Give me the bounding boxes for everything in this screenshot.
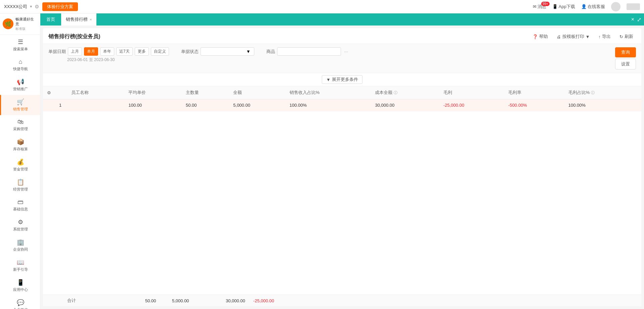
td-sales-pct: 100.00% — [286, 99, 371, 111]
th-settings[interactable]: ⚙ — [43, 86, 55, 99]
sidebar-item-sales[interactable]: 🛒 销售管理 — [0, 95, 40, 115]
topbar-right: ✉ 消息 99+ 📱 App下载 👤 在线客服 — [533, 2, 640, 11]
tab-sales-ranking[interactable]: 销售排行榜 × — [61, 13, 96, 25]
app-center-label: 应用中心 — [13, 287, 28, 292]
company-name: XXXXX公司 — [4, 4, 27, 10]
td-gross-pct: 100.00% — [564, 99, 641, 111]
main-layout: 🌿 畅康通好生意 标准版 ☰ 搜索菜单 ⌂ 快捷导航 📢 营销推广 🛒 销售管理… — [0, 13, 644, 309]
enterprise-icon: 🏢 — [17, 239, 24, 246]
tab-bar-right: × ⤢ — [631, 16, 644, 23]
trial-btn[interactable]: 体验行业方案 — [42, 2, 78, 11]
th-rank — [55, 86, 67, 99]
sidebar-item-wechat[interactable]: 💬 企业微信 — [0, 296, 40, 309]
gross-pct-info-icon[interactable]: ⓘ — [591, 91, 595, 95]
app-download-btn[interactable]: 📱 App下载 — [552, 4, 575, 10]
sidebar-item-marketing[interactable]: 📢 营销推广 — [0, 75, 40, 95]
tab-minimize-btn[interactable]: × — [631, 16, 634, 22]
online-service-btn[interactable]: 👤 在线客服 — [581, 4, 605, 10]
th-cost: 成本全额 ⓘ — [371, 86, 439, 99]
goods-label: 商品 — [266, 49, 275, 55]
topbar-gear-icon[interactable]: ⚙ — [35, 4, 39, 10]
search-order-label: 搜索菜单 — [13, 47, 28, 52]
table-header-row: ⚙ 员工名称 平均单价 主数量 全额 销售收入占比% 成本全额 ⓘ 毛利 毛利率 — [43, 86, 641, 99]
goods-input[interactable] — [277, 47, 341, 56]
filter-bar: 单据日期 上月 本月 本年 近7天 更多 自定义 2023-06-01 至 20… — [43, 44, 641, 73]
operations-icon: 📋 — [17, 178, 24, 186]
inventory-icon: 📦 — [17, 138, 24, 146]
sidebar-item-system[interactable]: ⚙ 系统管理 — [0, 215, 40, 235]
th-gross-pct: 毛利占比% ⓘ — [564, 86, 641, 99]
purchase-icon: 🛍 — [17, 118, 24, 125]
footer-qty: 50.00 — [141, 298, 168, 303]
user-name[interactable] — [627, 3, 640, 10]
export-btn[interactable]: ↑ 导出 — [596, 32, 614, 41]
goods-filter-group: 商品 ··· — [266, 47, 348, 56]
expand-btn[interactable]: ▼ 展开更多条件 — [322, 75, 362, 84]
app-label: App下载 — [559, 4, 575, 10]
td-gross-rate: -500.00% — [504, 99, 564, 111]
goods-more-icon[interactable]: ··· — [344, 49, 348, 54]
date-this-year-btn[interactable]: 本年 — [100, 47, 114, 56]
date-this-month-btn[interactable]: 本月 — [84, 47, 98, 56]
page-content: 销售排行榜(按业务员) ❓ 帮助 🖨 按模板打印 ▼ ↑ 导出 — [43, 28, 641, 306]
sales-label: 销售管理 — [13, 107, 28, 112]
logo-icon: 🌿 — [3, 18, 13, 29]
td-settings — [43, 99, 55, 111]
print-label: 按模板打印 — [562, 34, 584, 40]
help-icon: ❓ — [532, 34, 538, 39]
td-rank: 1 — [55, 99, 67, 111]
date-custom-btn[interactable]: 自定义 — [151, 47, 169, 56]
footer-cost: 30,000.00 — [222, 298, 249, 303]
logo-name: 畅康通好生意 — [15, 17, 37, 27]
footer-label: 合计 — [47, 298, 114, 304]
settings-btn[interactable]: 设置 — [615, 59, 636, 69]
sidebar-item-inventory[interactable]: 📦 库存核算 — [0, 135, 40, 155]
sidebar-item-capital[interactable]: 💰 资金管理 — [0, 155, 40, 175]
sidebar-item-guide[interactable]: 📖 新手引导 — [0, 255, 40, 275]
capital-label: 资金管理 — [13, 167, 28, 172]
search-order-icon: ☰ — [18, 38, 23, 46]
refresh-btn[interactable]: ↻ 刷新 — [617, 32, 636, 41]
tab-close-icon[interactable]: × — [90, 17, 92, 21]
sidebar-item-search-order[interactable]: ☰ 搜索菜单 — [0, 35, 40, 55]
expand-label: 展开更多条件 — [332, 76, 358, 83]
quick-nav-icon: ⌂ — [19, 58, 23, 65]
system-label: 系统管理 — [13, 227, 28, 232]
date-more-btn[interactable]: 更多 — [135, 47, 149, 56]
sidebar-item-purchase[interactable]: 🛍 采购管理 — [0, 115, 40, 135]
table-footer: 合计 50.00 5,000.00 30,000.00 -25,000.00 — [43, 295, 641, 306]
service-icon: 👤 — [581, 4, 587, 9]
sidebar-item-quick-nav[interactable]: ⌂ 快捷导航 — [0, 55, 40, 75]
print-btn[interactable]: 🖨 按模板打印 ▼ — [554, 32, 593, 41]
status-select[interactable]: ▼ — [201, 47, 254, 56]
tab-home[interactable]: 首页 — [40, 13, 61, 25]
topbar: XXXXX公司 ▼ ⚙ 体验行业方案 ✉ 消息 99+ 📱 App下载 👤 在线… — [0, 0, 644, 13]
sidebar-item-operations[interactable]: 📋 经营管理 — [0, 175, 40, 195]
sidebar-item-app-center[interactable]: 📱 应用中心 — [0, 275, 40, 296]
date-last-month-btn[interactable]: 上月 — [68, 47, 82, 56]
date-7days-btn[interactable]: 近7天 — [116, 47, 133, 56]
sidebar-item-basic-info[interactable]: 🗃 基础信息 — [0, 195, 40, 215]
tab-maximize-btn[interactable]: ⤢ — [637, 16, 641, 23]
help-label: 帮助 — [539, 34, 548, 40]
message-btn[interactable]: ✉ 消息 99+ — [533, 4, 546, 10]
operations-label: 经营管理 — [13, 187, 28, 192]
help-btn[interactable]: ❓ 帮助 — [530, 32, 551, 41]
basic-info-label: 基础信息 — [13, 207, 28, 212]
table-row: 1 100.00 50.00 5,000.00 100.00% 30,000.0… — [43, 99, 641, 111]
expand-icon: ▼ — [326, 77, 331, 82]
avatar[interactable] — [611, 2, 620, 11]
td-gross: -25,000.00 — [439, 99, 504, 111]
query-btn[interactable]: 查询 — [615, 47, 636, 57]
sidebar-item-enterprise[interactable]: 🏢 企业协同 — [0, 235, 40, 255]
marketing-label: 营销推广 — [13, 87, 28, 92]
status-chevron-icon: ▼ — [246, 49, 251, 54]
company-selector[interactable]: XXXXX公司 ▼ — [4, 4, 33, 10]
th-employee: 员工名称 — [67, 86, 124, 99]
cost-info-icon[interactable]: ⓘ — [394, 91, 397, 95]
status-filter-group: 单据状态 ▼ — [181, 47, 254, 56]
date-filter-group: 单据日期 上月 本月 本年 近7天 更多 自定义 2023-06-01 至 20… — [48, 47, 169, 63]
status-label: 单据状态 — [181, 49, 199, 55]
system-icon: ⚙ — [18, 218, 23, 226]
basic-info-icon: 🗃 — [17, 199, 24, 206]
